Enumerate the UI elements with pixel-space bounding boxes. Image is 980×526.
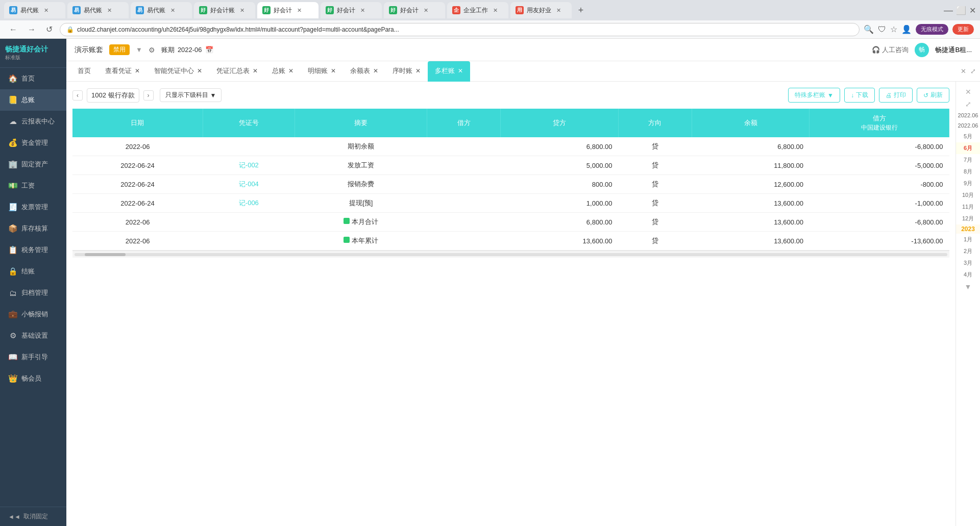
month-item-2023-2[interactable]: 2月 bbox=[956, 245, 980, 257]
next-account-button[interactable]: › bbox=[143, 90, 154, 101]
panel-close-icon[interactable]: ✕ bbox=[963, 86, 973, 98]
tab-close-balance[interactable]: ✕ bbox=[373, 67, 378, 74]
cell-voucher-link[interactable]: 记-006 bbox=[203, 194, 295, 213]
sidebar-item-guide[interactable]: 📖 新手引导 bbox=[0, 346, 66, 368]
tab-close-6[interactable]: ✕ bbox=[360, 7, 365, 14]
search-icon[interactable]: 🔍 bbox=[864, 24, 874, 34]
month-item-5[interactable]: 5月 bbox=[956, 131, 980, 142]
sidebar-item-settings[interactable]: ⚙ 基础设置 bbox=[0, 325, 66, 346]
page-tab-voucher[interactable]: 查看凭证 ✕ bbox=[98, 61, 147, 82]
tab-close-8[interactable]: ✕ bbox=[493, 7, 498, 14]
no-trace-button[interactable]: 无痕模式 bbox=[916, 24, 948, 35]
bookmark-icon[interactable]: ☆ bbox=[890, 24, 897, 34]
page-tab-sequence[interactable]: 序时账 ✕ bbox=[385, 61, 428, 82]
expand-panel-icon[interactable]: ⤢ bbox=[970, 67, 976, 75]
period-item-2022-06-2[interactable]: 2022.06 bbox=[956, 120, 980, 131]
browser-tab-9[interactable]: 用 用友好业 ✕ bbox=[510, 2, 572, 18]
tab-close-1[interactable]: ✕ bbox=[44, 7, 48, 14]
special-multicolumn-button[interactable]: 特殊多栏账 ▼ bbox=[788, 88, 840, 103]
sidebar-item-ledger[interactable]: 📒 总账 bbox=[0, 89, 66, 111]
month-item-10[interactable]: 10月 bbox=[956, 189, 980, 201]
new-tab-button[interactable]: + bbox=[574, 3, 588, 17]
sidebar-item-tax[interactable]: 📋 税务管理 bbox=[0, 239, 66, 261]
tab-close-3[interactable]: ✕ bbox=[170, 7, 175, 14]
minimize-button[interactable]: — bbox=[944, 5, 953, 16]
update-button[interactable]: 更新 bbox=[952, 24, 974, 35]
panel-expand-icon[interactable]: ⤢ bbox=[963, 98, 973, 110]
period-item-2022-06-1[interactable]: 2022.06 bbox=[956, 110, 980, 120]
print-button[interactable]: 🖨 打印 bbox=[879, 88, 913, 103]
sidebar-item-home[interactable]: 🏠 首页 bbox=[0, 68, 66, 89]
adblock-icon[interactable]: 🛡 bbox=[878, 25, 886, 34]
page-tab-general[interactable]: 总账 ✕ bbox=[265, 61, 301, 82]
refresh-ledger-button[interactable]: ↺ 刷新 bbox=[917, 88, 949, 103]
sidebar-item-invoice[interactable]: 🧾 发票管理 bbox=[0, 196, 66, 218]
scroll-down-icon[interactable]: ▼ bbox=[963, 281, 974, 293]
sidebar-item-expense[interactable]: 💼 小畅报销 bbox=[0, 304, 66, 325]
cell-voucher-link[interactable]: 记-004 bbox=[203, 175, 295, 194]
tab-close-multicolumn[interactable]: ✕ bbox=[458, 67, 463, 74]
url-bar[interactable]: 🔒 cloud2.chanjet.com/accounting/uh26t264… bbox=[60, 23, 860, 36]
calendar-icon[interactable]: 📅 bbox=[205, 46, 213, 54]
tab-close-9[interactable]: ✕ bbox=[556, 7, 561, 14]
sidebar-item-fund[interactable]: 💰 资金管理 bbox=[0, 132, 66, 154]
sidebar-item-report[interactable]: ☁ 云报表中心 bbox=[0, 111, 66, 132]
sidebar-item-archive[interactable]: 🗂 归档管理 bbox=[0, 282, 66, 304]
close-button[interactable]: ✕ bbox=[969, 6, 976, 15]
sidebar-item-asset[interactable]: 🏢 固定资产 bbox=[0, 154, 66, 175]
refresh-button[interactable]: ↺ bbox=[43, 22, 56, 36]
browser-tab-5[interactable]: 好 好会计 ✕ bbox=[257, 2, 318, 18]
back-button[interactable]: ← bbox=[6, 23, 20, 36]
page-tab-summary[interactable]: 凭证汇总表 ✕ bbox=[209, 61, 265, 82]
tab-close-4[interactable]: ✕ bbox=[240, 7, 244, 14]
tab-close-voucher[interactable]: ✕ bbox=[135, 67, 140, 74]
cell-voucher-link[interactable]: 记-002 bbox=[203, 156, 295, 175]
month-item-2023-1[interactable]: 1月 bbox=[956, 234, 980, 245]
browser-tab-1[interactable]: 易 易代账 ✕ bbox=[4, 2, 65, 18]
scroll-thumb[interactable] bbox=[85, 253, 126, 256]
page-tab-smart-voucher[interactable]: 智能凭证中心 ✕ bbox=[147, 61, 209, 82]
tab-close-sequence[interactable]: ✕ bbox=[415, 67, 421, 74]
month-item-12[interactable]: 12月 bbox=[956, 213, 980, 224]
download-button[interactable]: ↓ 下载 bbox=[844, 88, 875, 103]
unpin-button[interactable]: ◄◄ 取消固定 bbox=[0, 507, 66, 526]
month-item-2023-4[interactable]: 4月 bbox=[956, 269, 980, 281]
month-item-8[interactable]: 8月 bbox=[956, 166, 980, 178]
collapse-panel-icon[interactable]: ✕ bbox=[961, 67, 966, 75]
sidebar-item-salary[interactable]: 💵 工资 bbox=[0, 175, 66, 196]
month-item-7[interactable]: 7月 bbox=[956, 154, 980, 166]
sidebar-item-member[interactable]: 👑 畅会员 bbox=[0, 368, 66, 389]
tab-close-5[interactable]: ✕ bbox=[297, 7, 302, 14]
filter-dropdown[interactable]: 只显示下级科目 ▼ bbox=[160, 88, 222, 102]
sidebar-item-inventory[interactable]: 📦 库存核算 bbox=[0, 218, 66, 239]
tab-close-general[interactable]: ✕ bbox=[288, 67, 293, 74]
tab-close-7[interactable]: ✕ bbox=[424, 7, 428, 14]
tab-close-summary[interactable]: ✕ bbox=[253, 67, 258, 74]
tab-close-2[interactable]: ✕ bbox=[107, 7, 112, 14]
page-tab-balance[interactable]: 余额表 ✕ bbox=[343, 61, 385, 82]
restore-button[interactable]: ⬜ bbox=[956, 6, 966, 15]
page-tab-home[interactable]: 首页 bbox=[70, 61, 98, 82]
month-item-2023-3[interactable]: 3月 bbox=[956, 257, 980, 269]
month-item-11[interactable]: 11月 bbox=[956, 201, 980, 213]
profile-icon[interactable]: 👤 bbox=[901, 24, 912, 34]
browser-tab-6[interactable]: 好 好会计 ✕ bbox=[321, 2, 382, 18]
tab-close-detail[interactable]: ✕ bbox=[331, 67, 336, 74]
browser-tab-4[interactable]: 好 好会计账 ✕ bbox=[194, 2, 255, 18]
dropdown-arrow-icon[interactable]: ▼ bbox=[136, 46, 142, 54]
page-tab-detail[interactable]: 明细账 ✕ bbox=[301, 61, 343, 82]
browser-tab-2[interactable]: 易 易代账 ✕ bbox=[67, 2, 129, 18]
month-item-9[interactable]: 9月 bbox=[956, 178, 980, 189]
month-item-6[interactable]: 6月 bbox=[956, 142, 980, 154]
browser-tab-8[interactable]: 企 企业工作 ✕ bbox=[447, 2, 508, 18]
page-tab-multicolumn[interactable]: 多栏账 ✕ bbox=[428, 61, 470, 82]
browser-tab-3[interactable]: 易 易代账 ✕ bbox=[131, 2, 192, 18]
forward-button[interactable]: → bbox=[24, 23, 39, 36]
consult-button[interactable]: 🎧 人工咨询 bbox=[872, 45, 909, 55]
browser-tab-7[interactable]: 好 好会计 ✕ bbox=[384, 2, 445, 18]
horizontal-scrollbar[interactable] bbox=[72, 251, 949, 258]
gear-icon[interactable]: ⚙ bbox=[149, 46, 155, 54]
sidebar-item-close[interactable]: 🔒 结账 bbox=[0, 261, 66, 282]
prev-account-button[interactable]: ‹ bbox=[72, 90, 83, 101]
tab-close-smart[interactable]: ✕ bbox=[197, 67, 202, 74]
